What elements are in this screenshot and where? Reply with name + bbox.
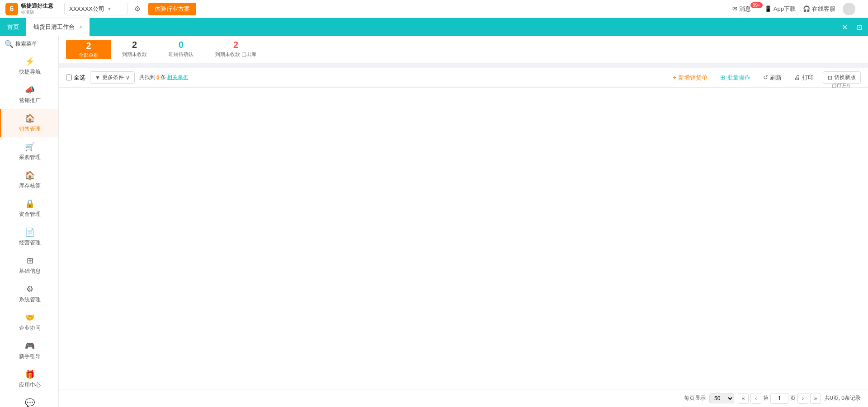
- new-sale-label: 新增销货单: [678, 74, 708, 82]
- content-area: 2 全部单据 2 到期未收款 0 旺铺待确认 2 到期未收款 已出库 全选: [59, 36, 868, 407]
- found-link[interactable]: 相关单据: [167, 74, 189, 81]
- prev-page-button[interactable]: ‹: [750, 393, 761, 404]
- tab-active[interactable]: 钱货日清工作台 ×: [26, 18, 90, 36]
- filter-label: 更多条件: [102, 74, 124, 81]
- refresh-icon: ↺: [763, 74, 768, 81]
- basic-icon: ⊞: [27, 256, 33, 266]
- found-count: 0: [156, 75, 160, 81]
- sidebar: 🔍 搜索菜单 ⚡ 快捷导航 📣 营销推广 🏠 销售管理 🛒 采购管理 🏠 库存核…: [0, 36, 59, 407]
- found-result: 共找到 0 条 相关单据: [139, 74, 189, 81]
- sidebar-item-caigouguanli[interactable]: 🛒 采购管理: [0, 137, 58, 166]
- batch-icon: ⊞: [720, 74, 725, 81]
- try-industry-button[interactable]: 体验行业方案: [148, 3, 196, 15]
- print-button[interactable]: 🖨 打印: [791, 72, 817, 84]
- window-close-button[interactable]: ✕: [839, 22, 850, 33]
- avatar[interactable]: [843, 3, 855, 15]
- footer-pagination: 每页显示 50 100 « ‹ 第 页 › » 共0页, 0条记录: [59, 389, 868, 407]
- sidebar-label: 企业协同: [19, 324, 41, 332]
- often-text: OfTEn: [832, 82, 850, 89]
- select-all-label: 全选: [74, 74, 85, 82]
- sidebar-label: 销售管理: [19, 125, 41, 133]
- sidebar-item-kucunhesuan[interactable]: 🏠 库存核算: [0, 166, 58, 194]
- select-all-input[interactable]: [66, 75, 72, 80]
- app-download-label: App下载: [774, 5, 796, 13]
- tab-home[interactable]: 首页: [0, 18, 26, 36]
- guide-icon: 🎮: [25, 341, 35, 351]
- purchase-icon: 🛒: [25, 142, 35, 152]
- company-name: XXXXXX公司: [69, 5, 104, 13]
- page-size-select[interactable]: 50 100: [709, 393, 734, 403]
- table-area: [59, 88, 868, 389]
- stats-overdue-shipped-count: 2: [233, 40, 238, 50]
- sidebar-search-label: 搜索菜单: [15, 40, 37, 48]
- sidebar-label: 库存核算: [19, 182, 41, 190]
- search-icon: 🔍: [5, 40, 14, 48]
- wechat-icon: 💬: [25, 398, 35, 407]
- stats-wangpu-label: 旺铺待确认: [169, 51, 193, 58]
- sidebar-item-kuaijiedaohang[interactable]: ⚡ 快捷导航: [0, 52, 58, 80]
- operations-icon: 📄: [25, 227, 35, 237]
- page-number-input[interactable]: [770, 393, 788, 404]
- batch-operation-button[interactable]: ⊞ 批量操作: [717, 72, 754, 84]
- tab-close-icon[interactable]: ×: [79, 24, 82, 30]
- logo-sub: 标准版: [21, 9, 53, 15]
- system-icon: ⚙: [26, 284, 33, 294]
- page-size-label: 每页显示: [684, 394, 706, 402]
- message-icon: ✉: [732, 5, 737, 12]
- switch-label: 切换新版: [834, 74, 856, 81]
- refresh-label: 刷新: [770, 74, 782, 82]
- stats-tab-all[interactable]: 2 全部单据: [66, 40, 111, 59]
- sidebar-item-xiaoshouguanli[interactable]: 🏠 销售管理: [0, 109, 58, 137]
- sidebar-item-yingyongzhongxin[interactable]: 🎁 应用中心: [0, 365, 58, 393]
- app-download-button[interactable]: 📱 App下载: [764, 5, 796, 13]
- batch-label: 批量操作: [727, 74, 750, 82]
- sidebar-item-qiyeweixin[interactable]: 💬 企业微信: [0, 393, 58, 407]
- header-right: ✉ 消息 99+ 📱 App下载 🎧 在线客服: [732, 3, 863, 15]
- main-layout: 🔍 搜索菜单 ⚡ 快捷导航 📣 营销推广 🏠 销售管理 🛒 采购管理 🏠 库存核…: [0, 36, 868, 407]
- tab-bar-actions: ✕ ⊡: [839, 18, 868, 36]
- logo-main: 畅捷通好生意: [21, 3, 53, 9]
- sidebar-item-zijinguanli[interactable]: 🔒 资金管理: [0, 194, 58, 223]
- top-header: 6 畅捷通好生意 标准版 XXXXXX公司 ▼ ⚙ 体验行业方案 ✉ 消息 99…: [0, 0, 868, 18]
- stats-tab-overdue[interactable]: 2 到期未收款: [111, 36, 158, 63]
- stats-tab-wangpu[interactable]: 0 旺铺待确认: [158, 36, 204, 63]
- switch-version-button[interactable]: ⊡ 切换新版: [823, 71, 861, 84]
- refresh-button[interactable]: ↺ 刷新: [760, 72, 785, 84]
- service-icon: 🎧: [803, 5, 810, 12]
- window-maximize-button[interactable]: ⊡: [854, 22, 864, 33]
- settings-button[interactable]: ⚙: [131, 3, 144, 15]
- sidebar-label: 系统管理: [19, 296, 41, 304]
- found-unit: 条: [160, 74, 166, 81]
- sidebar-item-jingyingguanli[interactable]: 📄 经营管理: [0, 223, 58, 251]
- sidebar-item-xitongguanli[interactable]: ⚙ 系统管理: [0, 280, 58, 308]
- stats-tabs: 2 全部单据 2 到期未收款 0 旺铺待确认 2 到期未收款 已出库: [59, 36, 868, 63]
- app-icon: 📱: [764, 5, 772, 12]
- select-all-checkbox[interactable]: 全选: [66, 74, 85, 82]
- sidebar-item-xinshouyindao[interactable]: 🎮 新手引导: [0, 337, 58, 365]
- sidebar-search[interactable]: 🔍 搜索菜单: [0, 36, 58, 52]
- message-button[interactable]: ✉ 消息 99+: [732, 5, 757, 13]
- service-label: 在线客服: [812, 5, 835, 13]
- print-icon: 🖨: [794, 74, 800, 81]
- more-filter-button[interactable]: ▼ 更多条件 ∨: [90, 71, 135, 84]
- funds-icon: 🔒: [25, 199, 35, 209]
- sidebar-label: 资金管理: [19, 211, 41, 218]
- stats-overdue-label: 到期未收款: [122, 51, 147, 58]
- last-page-button[interactable]: »: [810, 393, 821, 404]
- company-selector[interactable]: XXXXXX公司 ▼: [64, 3, 127, 15]
- sidebar-label: 应用中心: [19, 381, 41, 389]
- new-sale-icon: +: [673, 74, 676, 81]
- sidebar-item-yingxiaotuiguang[interactable]: 📣 营销推广: [0, 80, 58, 109]
- stats-tab-overdue-shipped[interactable]: 2 到期未收款 已出库: [204, 36, 267, 63]
- first-page-button[interactable]: «: [738, 393, 749, 404]
- new-sale-button[interactable]: + 新增销货单: [669, 72, 711, 84]
- logo-text: 畅捷通好生意 标准版: [21, 3, 53, 14]
- inventory-icon: 🏠: [25, 170, 35, 180]
- next-page-button[interactable]: ›: [797, 393, 808, 404]
- sidebar-item-qiyexietong[interactable]: 🤝 企业协同: [0, 308, 58, 337]
- logo-area: 6 畅捷通好生意 标准版: [5, 3, 64, 15]
- company-arrow-icon: ▼: [107, 6, 112, 11]
- page-navigation: « ‹ 第 页 › »: [738, 393, 821, 404]
- online-service-button[interactable]: 🎧 在线客服: [803, 5, 835, 13]
- sidebar-item-jichuxinxi[interactable]: ⊞ 基础信息: [0, 251, 58, 280]
